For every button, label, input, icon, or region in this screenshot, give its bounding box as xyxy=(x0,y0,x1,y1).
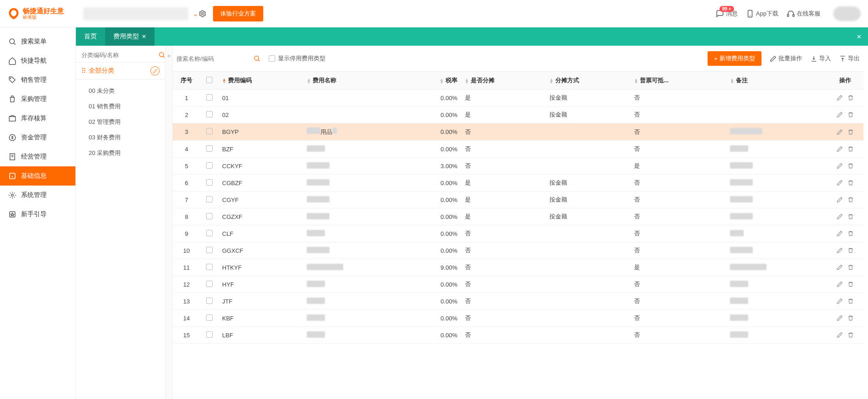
cell-checkbox[interactable] xyxy=(200,293,218,310)
edit-row-icon[interactable] xyxy=(836,281,843,287)
table-row[interactable]: 2020.00%是按金额否 xyxy=(173,106,863,123)
delete-row-icon[interactable] xyxy=(847,230,854,237)
delete-row-icon[interactable] xyxy=(847,112,854,118)
table-row[interactable]: 4BZF0.00%否否 xyxy=(173,141,863,158)
service-link[interactable]: 在线客服 xyxy=(787,10,820,18)
th-apportion[interactable]: ▲▼是否分摊 xyxy=(461,72,546,90)
show-disabled-checkbox[interactable]: 显示停用费用类型 xyxy=(269,54,325,63)
category-all[interactable]: ⠿ 全部分类 xyxy=(81,67,114,75)
cell-checkbox[interactable] xyxy=(200,327,218,344)
th-checkbox[interactable] xyxy=(200,72,218,90)
cell-checkbox[interactable] xyxy=(200,192,218,208)
cell-checkbox[interactable] xyxy=(200,225,218,242)
search-icon[interactable] xyxy=(158,51,165,59)
cell-checkbox[interactable] xyxy=(200,259,218,276)
edit-row-icon[interactable] xyxy=(836,298,843,304)
edit-row-icon[interactable] xyxy=(836,230,843,237)
edit-row-icon[interactable] xyxy=(836,197,843,203)
cell-checkbox[interactable] xyxy=(200,208,218,225)
table-row[interactable]: 6CGBZF0.00%是按金额否 xyxy=(173,175,863,192)
sidebar-item-star[interactable]: 新手引导 xyxy=(0,205,75,224)
delete-row-icon[interactable] xyxy=(847,247,854,254)
table-row[interactable]: 14KBF0.00%否否 xyxy=(173,310,863,327)
th-remark[interactable]: ▲▼备注 xyxy=(726,72,827,90)
delete-row-icon[interactable] xyxy=(847,281,854,287)
category-item[interactable]: 02 管理费用 xyxy=(76,114,165,130)
th-deductible[interactable]: ▲▼普票可抵... xyxy=(630,72,726,90)
edit-row-icon[interactable] xyxy=(836,264,843,271)
delete-row-icon[interactable] xyxy=(847,95,854,101)
sidebar-item-money[interactable]: 资金管理 xyxy=(0,128,75,147)
edit-row-icon[interactable] xyxy=(836,163,843,169)
edit-row-icon[interactable] xyxy=(836,146,843,152)
sidebar-item-gear[interactable]: 系统管理 xyxy=(0,186,75,205)
category-search-input[interactable] xyxy=(81,52,158,59)
edit-row-icon[interactable] xyxy=(836,332,843,338)
sidebar-item-tag[interactable]: 销售管理 xyxy=(0,70,75,90)
edit-row-icon[interactable] xyxy=(836,95,843,101)
table-row[interactable]: 10GGXCF0.00%否否 xyxy=(173,242,863,259)
edit-row-icon[interactable] xyxy=(836,129,843,135)
search-icon[interactable] xyxy=(253,55,261,62)
delete-row-icon[interactable] xyxy=(847,180,854,186)
th-rate[interactable]: ▲▼税率 xyxy=(404,72,461,90)
delete-row-icon[interactable] xyxy=(847,197,854,203)
import-button[interactable]: 导入 xyxy=(810,54,831,63)
cell-checkbox[interactable] xyxy=(200,106,218,123)
sidebar-item-search[interactable]: 搜索菜单 xyxy=(0,32,75,51)
sidebar-item-box[interactable]: 库存核算 xyxy=(0,109,75,128)
category-item[interactable]: 20 采购费用 xyxy=(76,145,165,161)
sidebar-item-home[interactable]: 快捷导航 xyxy=(0,51,75,70)
table-search-input[interactable] xyxy=(176,55,250,62)
messages-link[interactable]: 99 + 消息 xyxy=(716,10,738,18)
table-row[interactable]: 12HYF0.00%否否 xyxy=(173,276,863,293)
delete-row-icon[interactable] xyxy=(847,264,854,271)
org-selector[interactable]: ⌄ xyxy=(83,7,198,20)
delete-row-icon[interactable] xyxy=(847,146,854,152)
sidebar-item-info[interactable]: 基础信息 xyxy=(0,166,75,186)
table-row[interactable]: 7CGYF0.00%是按金额否 xyxy=(173,192,863,208)
delete-row-icon[interactable] xyxy=(847,213,854,220)
edit-row-icon[interactable] xyxy=(836,213,843,220)
category-item[interactable]: 01 销售费用 xyxy=(76,99,165,114)
table-row[interactable]: 5CCKYF3.00%否是 xyxy=(173,158,863,175)
experience-button[interactable]: 体验行业方案 xyxy=(213,6,263,21)
edit-row-icon[interactable] xyxy=(836,112,843,118)
settings-icon[interactable] xyxy=(198,10,207,18)
close-all-tabs-icon[interactable]: ✕ xyxy=(850,33,868,40)
export-button[interactable]: 导出 xyxy=(839,54,860,63)
table-row[interactable]: 8CGZXF0.00%是按金额否 xyxy=(173,208,863,225)
table-row[interactable]: 1010.00%是按金额否 xyxy=(173,90,863,106)
cell-checkbox[interactable] xyxy=(200,90,218,106)
add-expense-type-button[interactable]: + 新增费用类型 xyxy=(708,51,761,66)
table-row[interactable]: 11HTKYF9.00%否是 xyxy=(173,259,863,276)
cell-checkbox[interactable] xyxy=(200,141,218,158)
close-icon[interactable]: ✕ xyxy=(142,33,146,40)
user-avatar-blurred[interactable] xyxy=(833,6,861,21)
delete-row-icon[interactable] xyxy=(847,298,854,304)
table-row[interactable]: 15LBF0.00%否否 xyxy=(173,327,863,344)
tab-home[interactable]: 首页 xyxy=(76,27,105,46)
cell-checkbox[interactable] xyxy=(200,276,218,293)
cell-checkbox[interactable] xyxy=(200,123,218,141)
table-row[interactable]: 13JTF0.00%否否 xyxy=(173,293,863,310)
edit-row-icon[interactable] xyxy=(836,247,843,254)
collapse-handle[interactable]: « xyxy=(165,46,173,399)
th-name[interactable]: ▲▼费用名称 xyxy=(303,72,404,90)
table-row[interactable]: 3BGYP用品0.00%否否 xyxy=(173,123,863,141)
edit-row-icon[interactable] xyxy=(836,180,843,186)
cell-checkbox[interactable] xyxy=(200,158,218,175)
category-item[interactable]: 03 财务费用 xyxy=(76,130,165,145)
table-row[interactable]: 9CLF0.00%否否 xyxy=(173,225,863,242)
th-index[interactable]: 序号 xyxy=(173,72,200,90)
delete-row-icon[interactable] xyxy=(847,315,854,321)
edit-row-icon[interactable] xyxy=(836,315,843,321)
batch-action-button[interactable]: 批量操作 xyxy=(770,54,802,63)
delete-row-icon[interactable] xyxy=(847,332,854,338)
category-item[interactable]: 00 未分类 xyxy=(76,83,165,99)
delete-row-icon[interactable] xyxy=(847,129,854,135)
tab-expense-type[interactable]: 费用类型 ✕ xyxy=(105,27,154,46)
sidebar-item-bag[interactable]: 采购管理 xyxy=(0,90,75,109)
cell-checkbox[interactable] xyxy=(200,175,218,192)
cell-checkbox[interactable] xyxy=(200,242,218,259)
